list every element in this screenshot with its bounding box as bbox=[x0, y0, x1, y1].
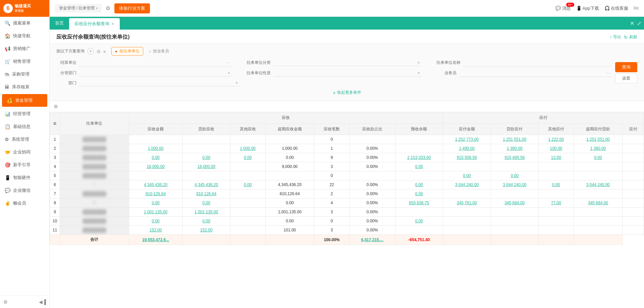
sidebar-item-operations[interactable]: 📊 经营管理 bbox=[0, 107, 49, 120]
table-cell[interactable]: 1,390.00 bbox=[574, 144, 623, 153]
table-cell[interactable] bbox=[491, 189, 538, 199]
table-cell[interactable] bbox=[539, 217, 574, 226]
sidebar-item-guide[interactable]: 🎯 新手引导 bbox=[0, 159, 49, 171]
table-cell[interactable] bbox=[230, 135, 265, 144]
cell-link[interactable]: 18,000.00 bbox=[147, 164, 164, 169]
settings-button[interactable]: 设置 bbox=[615, 74, 637, 83]
table-cell[interactable]: 1,251,551.00 bbox=[574, 135, 623, 144]
cell-link[interactable]: 1,251,551.00 bbox=[503, 137, 526, 142]
table-cell[interactable]: 1,490.00 bbox=[443, 144, 491, 153]
table-cell[interactable]: 4,345,436.20 bbox=[182, 180, 230, 189]
table-cell[interactable] bbox=[395, 135, 443, 144]
table-cell[interactable] bbox=[230, 171, 265, 180]
table-cell[interactable]: 655,636.75 bbox=[395, 199, 443, 208]
table-cell[interactable] bbox=[574, 171, 623, 180]
table-cell[interactable] bbox=[539, 208, 574, 217]
table-cell[interactable] bbox=[230, 199, 265, 208]
cell-link[interactable]: 0.00 bbox=[552, 182, 560, 187]
footer-settings-btn[interactable]: ⚙ bbox=[3, 299, 8, 305]
service-btn[interactable]: 🎧 在线客服 bbox=[604, 5, 629, 11]
table-cell[interactable]: 0.00 bbox=[574, 153, 623, 162]
refresh-button[interactable]: ↻ 刷新 bbox=[624, 34, 637, 40]
table-cell[interactable]: 3,044,240.00 bbox=[491, 180, 538, 189]
table-cell[interactable]: 152.00 bbox=[182, 226, 230, 235]
table-cell[interactable] bbox=[182, 171, 230, 180]
table-cell[interactable] bbox=[539, 162, 574, 171]
cell-link[interactable]: 345,761.00 bbox=[457, 201, 477, 205]
cell-link[interactable]: 13.00 bbox=[551, 155, 561, 160]
cell-link[interactable]: 3,044,240.00 bbox=[455, 182, 479, 187]
table-cell[interactable] bbox=[230, 217, 265, 226]
cell-link[interactable]: 77.00 bbox=[551, 201, 561, 205]
sidebar-item-marketing[interactable]: 📢 营销推广 bbox=[0, 42, 49, 55]
table-cell[interactable] bbox=[491, 208, 538, 217]
sidebar-item-inventory[interactable]: 🏛 库存核算 bbox=[0, 81, 49, 93]
cell-link[interactable]: 152.00 bbox=[200, 228, 213, 232]
table-cell[interactable]: 1,222.00 bbox=[539, 135, 574, 144]
table-cell[interactable] bbox=[443, 226, 491, 235]
user-avatar[interactable]: Rit bbox=[634, 6, 639, 11]
cell-link[interactable]: 0.00 bbox=[202, 155, 210, 160]
table-cell[interactable]: 1,390.00 bbox=[491, 144, 538, 153]
partner-category-select[interactable]: ▾ bbox=[273, 59, 422, 66]
table-cell[interactable]: 0.00 bbox=[491, 171, 538, 180]
sidebar-item-basicinfo[interactable]: 📋 基础信息 bbox=[0, 120, 49, 133]
cell-link[interactable]: 152.00 bbox=[150, 228, 162, 232]
cell-link[interactable]: 0.00 bbox=[202, 219, 210, 223]
table-cell[interactable]: 810,126.64 bbox=[182, 189, 230, 199]
partner-name-input[interactable] bbox=[463, 59, 612, 67]
msg-btn[interactable]: 💬 消息 99+ bbox=[555, 5, 571, 11]
cell-link[interactable]: 345,684.00 bbox=[504, 201, 525, 205]
sidebar-item-wechat[interactable]: 💬 企业微信 bbox=[0, 184, 49, 197]
filter-scheme-salesperson[interactable]: ○ 按业务员 bbox=[149, 48, 169, 54]
table-cell[interactable] bbox=[574, 162, 623, 171]
cell-link[interactable]: 0.00 bbox=[244, 182, 252, 187]
table-cell[interactable] bbox=[182, 135, 230, 144]
cell-link[interactable]: 915,508.56 bbox=[457, 155, 477, 160]
sidebar-item-quicknav[interactable]: 🏠 快捷导航 bbox=[0, 30, 49, 42]
table-cell[interactable] bbox=[230, 189, 265, 199]
table-cell[interactable]: 0.00 bbox=[395, 217, 443, 226]
cell-link[interactable]: 0.00 bbox=[152, 155, 159, 160]
table-cell[interactable] bbox=[395, 226, 443, 235]
table-cell[interactable]: 77.00 bbox=[539, 199, 574, 208]
table-cell[interactable]: 4,345,436.20 bbox=[129, 180, 182, 189]
salesperson-input[interactable]: ··· bbox=[459, 69, 612, 77]
cell-link[interactable]: 0.00 bbox=[202, 201, 210, 205]
sidebar-item-collab[interactable]: 🤝 企业协同 bbox=[0, 146, 49, 159]
table-cell[interactable] bbox=[491, 226, 538, 235]
cell-link[interactable]: 1,251,551.00 bbox=[586, 137, 610, 142]
sidebar-item-purchase[interactable]: 🛍 采购管理 bbox=[0, 68, 49, 81]
tab-ar-query[interactable]: 应收应付余额查询 ✕ bbox=[69, 18, 120, 30]
table-cell[interactable]: 0.00 bbox=[129, 217, 182, 226]
solution-button[interactable]: 体验行业方案 bbox=[114, 3, 150, 13]
app-download-btn[interactable]: 📱 App下载 bbox=[576, 5, 599, 11]
sidebar-item-search[interactable]: 🔍 搜索菜单 bbox=[0, 17, 49, 30]
cell-link[interactable]: 810,126.64 bbox=[196, 191, 216, 196]
table-cell[interactable] bbox=[574, 226, 623, 235]
cell-link[interactable]: 1,222.00 bbox=[548, 137, 564, 142]
table-cell[interactable]: 0.00 bbox=[182, 153, 230, 162]
tab-expand-icon[interactable]: ⤢ bbox=[637, 20, 641, 27]
table-cell[interactable]: 0.00 bbox=[129, 153, 182, 162]
cell-link[interactable]: 100.00 bbox=[550, 146, 562, 151]
cell-link[interactable]: 1,390.00 bbox=[507, 146, 523, 151]
collapse-more-btn[interactable]: ∧ 收起更多条件 bbox=[56, 88, 637, 97]
table-cell[interactable] bbox=[491, 162, 538, 171]
table-cell[interactable]: 18,000.00 bbox=[182, 162, 230, 171]
cell-link[interactable]: 0.00 bbox=[415, 164, 423, 169]
cell-link[interactable]: 1,490.00 bbox=[459, 146, 475, 151]
settlement-unit-input[interactable]: ··· bbox=[79, 59, 232, 67]
table-cell[interactable] bbox=[539, 226, 574, 235]
table-cell[interactable]: 100.00 bbox=[539, 144, 574, 153]
table-cell[interactable]: 345,684.00 bbox=[574, 199, 623, 208]
tab-close-icon[interactable]: ✕ bbox=[111, 22, 114, 26]
table-cell[interactable] bbox=[129, 135, 182, 144]
table-cell[interactable] bbox=[539, 171, 574, 180]
table-cell[interactable] bbox=[443, 217, 491, 226]
table-cell[interactable]: 345,761.00 bbox=[443, 199, 491, 208]
cell-link[interactable]: 0.00 bbox=[594, 155, 602, 160]
cell-link[interactable]: 1,390.00 bbox=[590, 146, 606, 151]
cell-link[interactable]: 0.00 bbox=[244, 155, 252, 160]
table-cell[interactable]: 1,252,773.00 bbox=[443, 135, 491, 144]
